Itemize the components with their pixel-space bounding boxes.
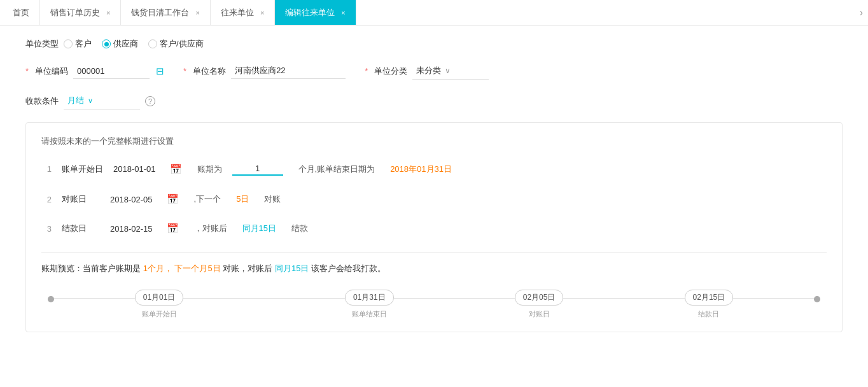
radio-supplier-label: 供应商 xyxy=(113,38,138,50)
unit-category-value: 未分类 xyxy=(416,65,441,76)
tab-trading-units-label: 往来单位 xyxy=(221,7,254,18)
tl-line-1 xyxy=(54,299,135,299)
main-content: 单位类型 客户 供应商 客户/供应商 * 单位编码 xyxy=(0,25,868,387)
unit-code-group: * 单位编码 ⊟ xyxy=(25,64,164,79)
tab-cashflow-label: 钱货日清工作台 xyxy=(131,7,189,18)
row2-desc-prefix: ,下一个 xyxy=(194,194,221,205)
tab-home[interactable]: 首页 xyxy=(0,0,40,25)
unit-category-arrow: ∨ xyxy=(445,66,451,75)
payment-terms-value: 月结 xyxy=(67,95,84,106)
row2-calendar-icon[interactable]: 📅 xyxy=(167,194,179,205)
row3-number: 3 xyxy=(41,224,52,234)
row1-label: 账单开始日 xyxy=(62,164,103,175)
tab-trading-units-close[interactable]: × xyxy=(260,9,264,17)
preview-text: 账期预览：当前客户账期是 1个月， 下一个月5日 对账，对账后 同月15日 该客… xyxy=(41,263,827,274)
timeline-node-3: 02月05日 对账日 xyxy=(515,290,564,319)
tl-line-5 xyxy=(733,299,814,299)
timeline-end-dot xyxy=(814,296,820,302)
payment-terms-group: 收款条件 月结 ∨ ? xyxy=(25,92,155,109)
unit-type-group: 单位类型 客户 供应商 客户/供应商 xyxy=(25,38,204,50)
tab-scroll-right[interactable]: › xyxy=(855,0,868,25)
row2-date: 2018-02-05 xyxy=(110,195,153,204)
tl-bubble-3: 02月05日 xyxy=(515,290,564,306)
tab-home-label: 首页 xyxy=(13,7,29,18)
radio-both-circle xyxy=(148,39,157,48)
tl-line-4 xyxy=(563,299,684,299)
row1-date: 2018-01-01 xyxy=(113,164,156,174)
tab-edit-trading-unit-label: 编辑往来单位 xyxy=(285,7,335,18)
tab-bar: 首页 销售订单历史 × 钱货日清工作台 × 往来单位 × 编辑往来单位 × › xyxy=(0,0,868,25)
timeline-start-dot xyxy=(48,296,54,302)
tl-line-2 xyxy=(183,299,344,299)
preview-section: 账期预览：当前客户账期是 1个月， 下一个月5日 对账，对账后 同月15日 该客… xyxy=(41,252,827,319)
row2-number: 2 xyxy=(41,195,52,204)
tab-sales-history-label: 销售订单历史 xyxy=(50,7,100,18)
radio-customer[interactable]: 客户 xyxy=(64,38,92,50)
timeline-node-1: 01月01日 账单开始日 xyxy=(135,290,184,319)
unit-info-row: * 单位编码 ⊟ * 单位名称 * 单位分类 未分类 ∨ xyxy=(25,62,843,80)
row1-number: 1 xyxy=(41,164,52,174)
unit-code-label: 单位编码 xyxy=(35,66,68,77)
tl-label-1: 账单开始日 xyxy=(142,309,177,319)
preview-p5: 该客户会给我打款。 xyxy=(311,264,386,273)
tl-label-3: 对账日 xyxy=(529,309,550,319)
row2-desc-highlight: 5日 xyxy=(236,194,249,205)
tab-cashflow-close[interactable]: × xyxy=(195,9,199,17)
tab-edit-trading-unit[interactable]: 编辑往来单位 × xyxy=(275,0,356,25)
unit-name-input[interactable] xyxy=(231,64,346,79)
payment-terms-help[interactable]: ? xyxy=(145,96,155,106)
row1-end-date: 2018年01月31日 xyxy=(390,164,452,175)
unit-type-row: 单位类型 客户 供应商 客户/供应商 xyxy=(25,38,843,50)
setting-row-1: 1 账单开始日 2018-01-01 📅 账期为 个月,账单结束日期为 2018… xyxy=(41,162,827,176)
unit-code-star: * xyxy=(25,66,29,76)
row3-label: 结款日 xyxy=(62,223,100,234)
payment-terms-arrow: ∨ xyxy=(88,97,93,105)
preview-p3: 对账，对账后 xyxy=(223,264,272,273)
tl-bubble-4: 02月15日 xyxy=(685,290,734,306)
payment-terms-label: 收款条件 xyxy=(25,95,59,107)
tab-sales-history-close[interactable]: × xyxy=(106,9,110,17)
radio-group: 客户 供应商 客户/供应商 xyxy=(64,38,204,50)
row1-period-input[interactable] xyxy=(232,162,283,176)
setting-row-3: 3 结款日 2018-02-15 📅 ，对账后 同月15日 结款 xyxy=(41,223,827,234)
unit-code-input[interactable] xyxy=(73,64,150,79)
row1-period-unit: 个月,账单结束日期为 xyxy=(298,164,375,175)
tab-sales-history[interactable]: 销售订单历史 × xyxy=(40,0,121,25)
preview-label: 账期预览：当前客户账期是 xyxy=(41,264,141,273)
timeline: 01月01日 账单开始日 01月31日 账单结束日 02月05日 对账日 xyxy=(41,290,827,319)
tab-trading-units[interactable]: 往来单位 × xyxy=(211,0,275,25)
setting-row-2: 2 对账日 2018-02-05 📅 ,下一个 5日 对账 xyxy=(41,194,827,205)
tab-edit-trading-unit-close[interactable]: × xyxy=(341,9,345,17)
settings-title: 请按照未来的一个完整帐期进行设置 xyxy=(41,136,827,147)
payment-terms-select[interactable]: 月结 ∨ xyxy=(64,92,140,109)
radio-customer-label: 客户 xyxy=(75,38,92,50)
tab-cashflow[interactable]: 钱货日清工作台 × xyxy=(121,0,210,25)
row3-date: 2018-02-15 xyxy=(110,224,153,234)
row3-desc-highlight: 同月15日 xyxy=(242,223,276,234)
row3-calendar-icon[interactable]: 📅 xyxy=(167,223,179,234)
unit-category-star: * xyxy=(365,66,368,76)
preview-p2: 下一个月5日 xyxy=(174,264,220,273)
timeline-node-4: 02月15日 结款日 xyxy=(685,290,734,319)
unit-type-label: 单位类型 xyxy=(25,38,59,50)
copy-icon[interactable]: ⊟ xyxy=(156,66,164,77)
row1-calendar-icon[interactable]: 📅 xyxy=(170,164,182,175)
tl-label-2: 账单结束日 xyxy=(352,309,387,319)
radio-both[interactable]: 客户/供应商 xyxy=(148,38,204,50)
tl-bubble-1: 01月01日 xyxy=(135,290,184,306)
settings-box: 请按照未来的一个完整帐期进行设置 1 账单开始日 2018-01-01 📅 账期… xyxy=(25,122,843,332)
radio-supplier[interactable]: 供应商 xyxy=(102,38,138,50)
unit-category-select[interactable]: 未分类 ∨ xyxy=(412,62,489,80)
row3-desc-suffix: 结款 xyxy=(291,223,308,234)
unit-name-star: * xyxy=(183,66,186,76)
radio-supplier-circle xyxy=(102,39,111,48)
payment-terms-row: 收款条件 月结 ∨ ? xyxy=(25,92,843,109)
unit-name-group: * 单位名称 xyxy=(183,64,346,79)
preview-p4: 同月15日 xyxy=(275,264,309,273)
preview-p1: 1个月， xyxy=(143,264,172,273)
timeline-node-2: 01月31日 账单结束日 xyxy=(345,290,394,319)
row2-label: 对账日 xyxy=(62,194,100,205)
tl-label-4: 结款日 xyxy=(698,309,719,319)
radio-customer-circle xyxy=(64,39,73,48)
unit-category-group: * 单位分类 未分类 ∨ xyxy=(365,62,489,80)
